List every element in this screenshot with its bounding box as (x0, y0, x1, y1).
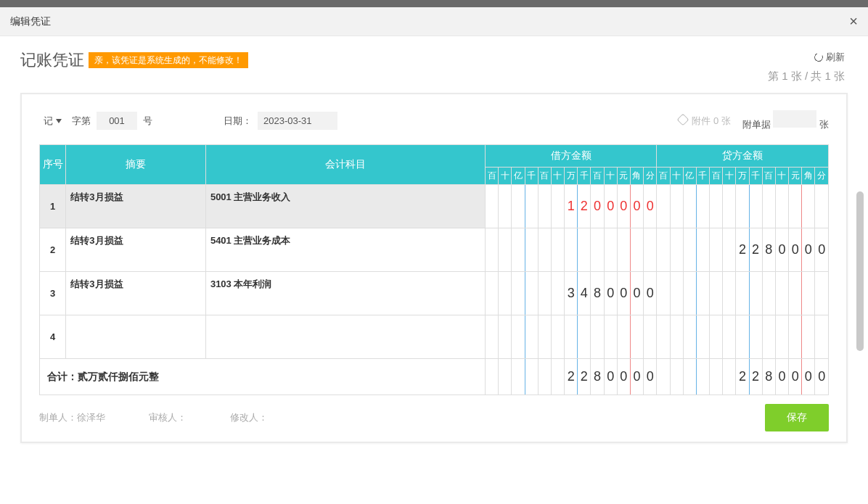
digit-cell (657, 185, 670, 228)
unit-header: 分 (644, 168, 657, 185)
digit-cell (670, 272, 683, 315)
row-account[interactable]: 3103 本年利润 (205, 272, 485, 315)
footer-row: 制单人：徐泽华 审核人： 修改人： 保存 (39, 404, 829, 431)
digit-cell (775, 315, 788, 359)
row-account[interactable]: 5401 主营业务成本 (205, 228, 485, 272)
attachment-link[interactable]: 附件 0 张 (679, 115, 730, 128)
digit-cell (802, 185, 815, 228)
digit-cell (775, 185, 788, 228)
digit-cell: 0 (630, 185, 643, 228)
save-button[interactable]: 保存 (765, 404, 829, 431)
row-index: 2 (40, 228, 66, 272)
digit-cell (762, 185, 775, 228)
digit-cell: 8 (591, 359, 604, 395)
digit-cell: 0 (802, 228, 815, 272)
digit-cell (486, 228, 499, 272)
digit-cell: 0 (604, 359, 617, 395)
scrollbar[interactable] (856, 83, 865, 445)
row-summary[interactable]: 结转3月损益 (66, 185, 206, 228)
digit-cell (696, 228, 709, 272)
digit-cell: 0 (789, 228, 802, 272)
digit-cell (512, 359, 525, 395)
auditor: 审核人： (149, 411, 187, 424)
digit-cell (723, 185, 736, 228)
modifier: 修改人： (230, 411, 268, 424)
digit-cell (815, 272, 829, 315)
attach-doc-input[interactable] (773, 110, 816, 128)
digit-cell: 0 (802, 359, 815, 395)
digit-cell (723, 272, 736, 315)
unit-header: 分 (815, 168, 829, 185)
digit-cell (710, 359, 723, 395)
row-summary[interactable] (66, 315, 206, 359)
digit-cell (749, 272, 762, 315)
attachment-count: 附件 0 张 (692, 115, 730, 128)
row-account[interactable]: 5001 主营业务收入 (205, 185, 485, 228)
unit-header: 十 (551, 168, 564, 185)
col-idx: 序号 (40, 145, 66, 185)
digit-cell (696, 315, 709, 359)
row-account[interactable] (205, 315, 485, 359)
digit-cell (604, 228, 617, 272)
row-summary[interactable]: 结转3月损益 (66, 272, 206, 315)
digit-cell (762, 315, 775, 359)
digit-cell (512, 228, 525, 272)
unit-header: 十 (723, 168, 736, 185)
refresh-button[interactable]: 刷新 (814, 51, 845, 64)
voucher-number-input[interactable] (97, 112, 137, 130)
total-row: 合计：贰万贰仟捌佰元整22800002280000 (40, 359, 829, 395)
pager-label: 第 1 张 / 共 1 张 (768, 70, 845, 83)
digit-cell (723, 359, 736, 395)
digit-cell (802, 315, 815, 359)
digit-cell (736, 272, 749, 315)
page-title: 记账凭证 (20, 49, 84, 71)
digit-cell (617, 315, 630, 359)
digit-cell (630, 315, 643, 359)
digit-cell (486, 315, 499, 359)
unit-header: 千 (696, 168, 709, 185)
digit-cell (670, 359, 683, 395)
date-input[interactable] (258, 112, 337, 130)
digit-cell: 3 (565, 272, 578, 315)
voucher-type-dropdown[interactable]: 记 (39, 112, 66, 130)
modal-title: 编辑凭证 (10, 15, 51, 28)
digit-cell: 0 (789, 359, 802, 395)
digit-cell (551, 359, 564, 395)
digit-cell (657, 315, 670, 359)
digit-cell (538, 272, 551, 315)
col-summary: 摘要 (66, 145, 206, 185)
meta-row: 记 字第 号 日期： 附件 0 张 附单据 张 (39, 110, 829, 131)
table-row: 2结转3月损益5401 主营业务成本2280000 (40, 228, 829, 272)
digit-cell (736, 315, 749, 359)
digit-cell (789, 272, 802, 315)
digit-cell: 2 (565, 359, 578, 395)
digit-cell (683, 228, 696, 272)
unit-header: 百 (538, 168, 551, 185)
digit-cell (789, 315, 802, 359)
table-row: 1结转3月损益5001 主营业务收入1200000 (40, 185, 829, 228)
maker: 制单人：徐泽华 (39, 411, 105, 424)
row-index: 3 (40, 272, 66, 315)
unit-header: 万 (736, 168, 749, 185)
digit-cell: 2 (736, 228, 749, 272)
digit-cell: 0 (591, 185, 604, 228)
close-icon[interactable]: × (849, 13, 858, 30)
digit-cell (591, 228, 604, 272)
digit-cell: 0 (604, 185, 617, 228)
digit-cell (710, 272, 723, 315)
date-label: 日期： (224, 115, 252, 128)
col-debit: 借方金额 (486, 145, 657, 168)
row-summary[interactable]: 结转3月损益 (66, 228, 206, 272)
unit-header: 十 (670, 168, 683, 185)
scrollbar-thumb[interactable] (856, 191, 864, 351)
digit-cell (657, 228, 670, 272)
digit-cell: 8 (762, 359, 775, 395)
digit-cell: 4 (578, 272, 591, 315)
digit-cell: 0 (617, 359, 630, 395)
digit-cell (749, 315, 762, 359)
digit-cell (525, 185, 538, 228)
digit-cell (551, 185, 564, 228)
digit-cell: 2 (578, 185, 591, 228)
voucher-type-label: 记 (44, 115, 53, 128)
digit-cell (683, 359, 696, 395)
